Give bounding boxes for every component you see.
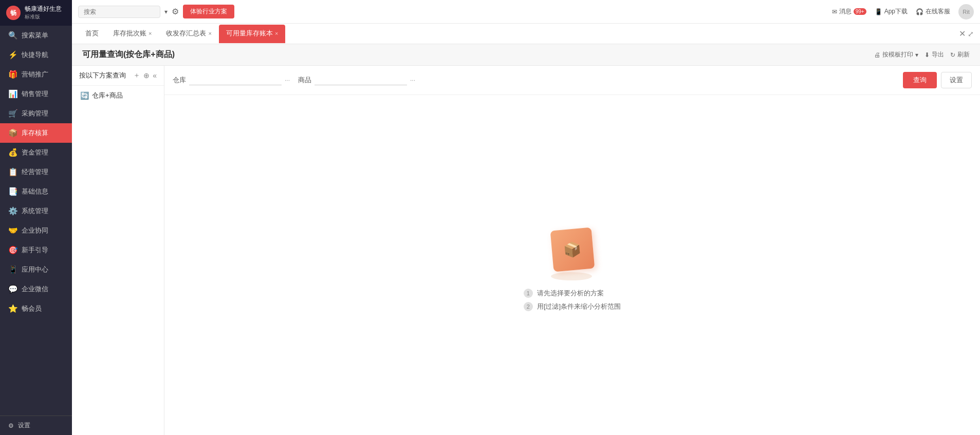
warehouse-more-icon[interactable]: ··· <box>285 77 290 84</box>
filter-settings-button[interactable]: ⊕ <box>143 71 150 80</box>
sidebar-item-business[interactable]: 📋 经营管理 <box>0 162 72 182</box>
sidebar-bottom-settings[interactable]: ⚙ 设置 <box>0 415 72 435</box>
export-label: 导出 <box>932 50 944 59</box>
sidebar-item-marketing[interactable]: 🎁 营销推广 <box>0 65 72 84</box>
tab-home-label: 首页 <box>85 29 99 38</box>
warehouse-input[interactable] <box>189 75 282 85</box>
sidebar-item-label: 基础信息 <box>22 187 48 196</box>
sidebar-item-search[interactable]: 🔍 搜索菜单 <box>0 26 72 45</box>
topbar-dropdown-icon[interactable]: ▾ <box>164 8 168 15</box>
topbar-right: ✉ 消息 99+ 📱 App下载 🎧 在线客服 Rit <box>832 4 974 20</box>
chart-icon: 📊 <box>8 89 17 99</box>
export-icon: ⬇ <box>924 51 930 59</box>
sidebar-item-system[interactable]: ⚙️ 系统管理 <box>0 201 72 221</box>
target-icon: 🎯 <box>8 245 17 255</box>
service-label: 在线客服 <box>926 7 950 16</box>
empty-tip-1: 1 请先选择要分析的方案 <box>524 289 621 298</box>
goods-input[interactable] <box>315 75 407 85</box>
box-icon: 📦 <box>8 128 17 138</box>
user-avatar[interactable]: Rit <box>958 4 974 20</box>
main-content: 仓库 ··· 商品 ··· 查询 设置 📦 <box>164 66 980 435</box>
print-button[interactable]: 🖨 按模板打印 ▾ <box>874 50 918 59</box>
sidebar-item-newbie[interactable]: 🎯 新手引导 <box>0 240 72 260</box>
content-area: 按以下方案查询 ＋ ⊕ « 🔄 仓库+商品 仓库 ··· <box>72 66 980 435</box>
tab-collect-close[interactable]: × <box>208 30 211 36</box>
filter-add-button[interactable]: ＋ <box>133 71 140 80</box>
main-area: ▾ ⚙ 体验行业方案 ✉ 消息 99+ 📱 App下载 🎧 在线客服 Rit <box>72 0 980 435</box>
user-name: Rit <box>963 9 969 15</box>
sidebar-item-label: 采购管理 <box>22 109 48 118</box>
warehouse-field: 仓库 ··· <box>173 75 290 85</box>
query-button[interactable]: 查询 <box>903 72 937 88</box>
cart-icon: 🛒 <box>8 109 17 118</box>
sidebar-item-label: 经营管理 <box>22 167 48 177</box>
sidebar-item-member[interactable]: ⭐ 畅会员 <box>0 299 72 318</box>
warehouse-label: 仓库 <box>173 75 186 85</box>
tabs-close-all-button[interactable]: ✕ <box>959 29 966 39</box>
industry-solution-button[interactable]: 体验行业方案 <box>183 5 234 18</box>
refresh-button[interactable]: ↻ 刷新 <box>950 50 970 59</box>
message-button[interactable]: ✉ 消息 99+ <box>832 7 866 16</box>
gear-icon: ⚙️ <box>8 206 17 216</box>
empty-box-shadow <box>551 272 592 280</box>
empty-box-face: 📦 <box>563 240 582 259</box>
tab-available-close[interactable]: × <box>275 30 278 36</box>
filter-item-warehouse-goods[interactable]: 🔄 仓库+商品 <box>72 86 164 105</box>
tab-collect[interactable]: 收发存汇总表 × <box>159 25 218 43</box>
tip-num-1: 1 <box>524 289 533 298</box>
search-icon: 🔍 <box>8 31 17 40</box>
sidebar-logo: 畅 <box>6 6 21 20</box>
star-icon: ⭐ <box>8 304 17 313</box>
tab-available[interactable]: 可用量库存账本 × <box>219 25 285 43</box>
filter-item-label: 仓库+商品 <box>92 91 123 100</box>
clipboard-icon: 📋 <box>8 167 17 177</box>
sidebar-item-label: 库存核算 <box>22 128 48 138</box>
sidebar-item-basic[interactable]: 📑 基础信息 <box>0 182 72 201</box>
tab-batch-label: 库存批次账 <box>113 29 146 38</box>
sidebar-item-purchase[interactable]: 🛒 采购管理 <box>0 104 72 123</box>
sidebar-title: 畅康通好生意 <box>25 5 62 13</box>
setting-button[interactable]: 设置 <box>941 72 972 88</box>
app-label: App下载 <box>884 7 908 16</box>
refresh-label: 刷新 <box>957 50 970 59</box>
sidebar-item-label: 快捷导航 <box>22 50 48 60</box>
tip-num-2: 2 <box>524 302 533 311</box>
topbar-search-input[interactable] <box>78 6 160 18</box>
sidebar-item-label: 系统管理 <box>22 206 48 216</box>
export-button[interactable]: ⬇ 导出 <box>924 50 944 59</box>
sidebar-item-inventory[interactable]: 📦 库存核算 <box>0 123 72 143</box>
doc-icon: 📑 <box>8 187 17 196</box>
print-dropdown-icon: ▾ <box>915 51 918 59</box>
money-icon: 💰 <box>8 148 17 157</box>
online-service-button[interactable]: 🎧 在线客服 <box>916 7 950 16</box>
topbar-gear-icon[interactable]: ⚙ <box>172 7 179 16</box>
sidebar-item-label: 应用中心 <box>22 265 48 274</box>
sidebar-item-wechat[interactable]: 💬 企业微信 <box>0 279 72 299</box>
print-label: 按模板打印 <box>882 50 913 59</box>
filter-collapse-button[interactable]: « <box>153 71 157 80</box>
tabs-expand-button[interactable]: ⤢ <box>968 30 974 38</box>
filter-panel-header: 按以下方案查询 ＋ ⊕ « <box>72 66 164 86</box>
sidebar-item-enterprise[interactable]: 🤝 企业协同 <box>0 221 72 240</box>
print-icon: 🖨 <box>874 51 880 59</box>
message-badge: 99+ <box>854 8 866 15</box>
sidebar-item-shortcut[interactable]: ⚡ 快捷导航 <box>0 45 72 65</box>
tab-batch[interactable]: 库存批次账 × <box>106 25 159 43</box>
app-download-button[interactable]: 📱 App下载 <box>875 7 908 16</box>
sidebar-item-sales[interactable]: 📊 销售管理 <box>0 84 72 104</box>
tip-text-1: 请先选择要分析的方案 <box>537 289 604 298</box>
tab-home[interactable]: 首页 <box>78 25 106 43</box>
lightning-icon: ⚡ <box>8 50 17 60</box>
message-label: 消息 <box>839 7 852 16</box>
tab-batch-close[interactable]: × <box>149 30 152 36</box>
sidebar-subtitle: 标准版 <box>25 13 62 21</box>
sidebar-item-appstore[interactable]: 📱 应用中心 <box>0 260 72 279</box>
tip-text-2: 用[过滤]条件来缩小分析范围 <box>537 302 621 311</box>
filter-header-label: 按以下方案查询 <box>79 71 126 80</box>
tab-available-label: 可用量库存账本 <box>226 29 273 38</box>
goods-more-icon[interactable]: ··· <box>410 77 415 84</box>
mobile-icon: 📱 <box>8 265 17 274</box>
sidebar-item-label: 资金管理 <box>22 148 48 157</box>
sidebar-item-label: 畅会员 <box>22 304 42 313</box>
sidebar-item-finance[interactable]: 💰 资金管理 <box>0 143 72 162</box>
